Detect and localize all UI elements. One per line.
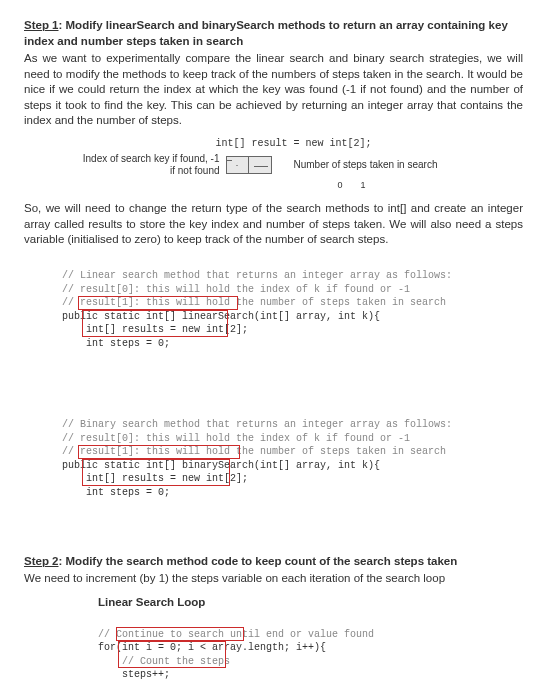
diagram-left-caption: Index of search key if found, -1 if not … (76, 153, 226, 177)
code-binary-c3: // result[1]: this will hold the number … (62, 446, 446, 457)
diagram-right-caption: Number of steps taken in search (272, 159, 472, 171)
loop-linear-c2: // Count the steps (98, 656, 230, 667)
code-linear-c1: // Linear search method that returns an … (62, 270, 452, 281)
code-binary-l2: int[] results = new int[2]; (62, 473, 248, 484)
diagram-idx-0: 0 (329, 179, 352, 191)
code-binary-l1a: pub (62, 460, 80, 471)
code-binary-c2: // result[0]: this will hold the index o… (62, 433, 410, 444)
step2-label: Step 2 (24, 555, 59, 567)
step2-heading: Step 2: Modify the search method code to… (24, 554, 523, 570)
code-binary: // Binary search method that returns an … (62, 405, 523, 540)
code-binary-l3: int steps = 0; (62, 487, 170, 498)
step1-label: Step 1 (24, 19, 59, 31)
code-binary-wrap: // Binary search method that returns an … (62, 405, 523, 540)
diagram-box-1 (249, 157, 271, 173)
code-linear: // Linear search method that returns an … (62, 256, 523, 391)
step1-heading: Step 1: Modify linearSearch and binarySe… (24, 18, 523, 49)
linear-loop-heading: Linear Search Loop (98, 595, 523, 611)
code-linear-c3: // result[1]: this will hold the number … (62, 297, 446, 308)
diagram-declaration: int[] result = new int[2]; (215, 137, 371, 151)
loop-linear-l2: steps++; (98, 669, 170, 680)
loop-linear-l1: for(int i = 0; i < array.length; i++){ (98, 642, 326, 653)
code-linear-l3: int steps = 0; (62, 338, 170, 349)
diagram-boxes: · (226, 156, 272, 174)
diagram-row: Index of search key if found, -1 if not … (76, 153, 472, 177)
code-linear-l1a: pub (62, 311, 80, 322)
array-diagram: int[] result = new int[2]; Index of sear… (24, 137, 523, 192)
code-linear-l1b: lic static int[] linearSearch(int[] arra… (80, 311, 380, 322)
step2-title: : Modify the search method code to keep … (59, 555, 458, 567)
code-binary-c1: // Binary search method that returns an … (62, 419, 452, 430)
loop-linear-c1: // Continue to search until end or value… (98, 629, 374, 640)
step1-paragraph: As we want to experimentally compare the… (24, 51, 523, 129)
loop-linear-wrap: // Continue to search until end or value… (98, 614, 523, 700)
para2: So, we will need to change the return ty… (24, 201, 523, 248)
step2-paragraph: We need to increment (by 1) the steps va… (24, 571, 523, 587)
loop-linear: // Continue to search until end or value… (98, 614, 523, 700)
code-linear-c2: // result[0]: this will hold the index o… (62, 284, 410, 295)
code-linear-wrap: // Linear search method that returns an … (62, 256, 523, 391)
diagram-idx-1: 1 (352, 179, 375, 191)
step1-title: : Modify linearSearch and binarySearch m… (24, 19, 508, 47)
diagram-indices: 0 1 (329, 179, 375, 191)
code-linear-l2: int[] results = new int[2]; (62, 324, 248, 335)
code-binary-l1b: lic static int[] binarySearch(int[] arra… (80, 460, 380, 471)
